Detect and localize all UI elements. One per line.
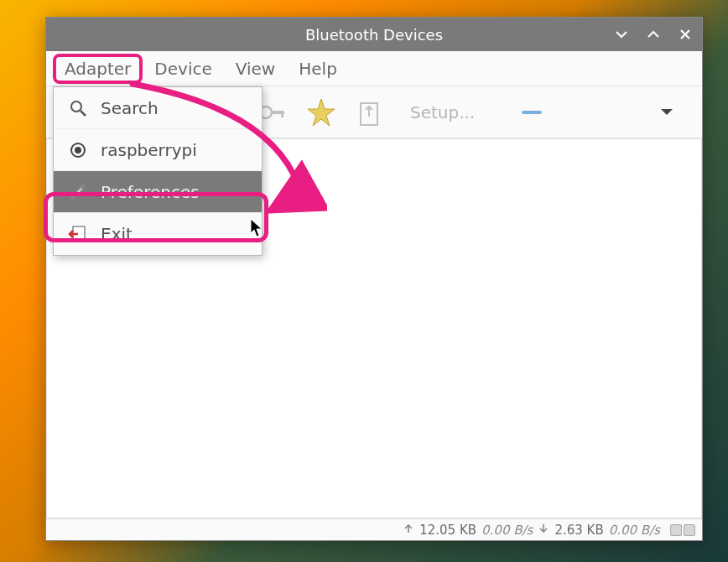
- upload-rate: 0.00 B/s: [481, 523, 533, 538]
- menu-device[interactable]: Device: [143, 54, 223, 84]
- setup-button[interactable]: Setup...: [402, 102, 483, 122]
- dropdown-item-search[interactable]: Search: [54, 87, 262, 129]
- star-icon[interactable]: [304, 96, 338, 129]
- download-size: 2.63 KB: [554, 523, 603, 538]
- exit-icon: [67, 223, 89, 245]
- dropdown-item-exit[interactable]: Exit: [54, 213, 262, 255]
- download-icon: [538, 523, 549, 538]
- preferences-icon: [67, 181, 89, 203]
- adapter-dropdown: Search raspberrypi Preferences Exit: [53, 86, 263, 256]
- download-rate: 0.00 B/s: [609, 523, 660, 538]
- dropdown-label: Search: [101, 98, 159, 118]
- close-icon[interactable]: [675, 24, 695, 44]
- svg-rect-4: [522, 111, 542, 114]
- upload-size: 12.05 KB: [419, 523, 476, 538]
- status-indicators: [670, 524, 695, 536]
- dropdown-label: raspberrypi: [101, 140, 197, 160]
- status-indicator-2: [684, 524, 695, 536]
- menu-adapter[interactable]: Adapter: [53, 54, 143, 84]
- minimize-icon[interactable]: [611, 24, 632, 44]
- send-icon[interactable]: [353, 96, 387, 129]
- radio-selected-icon: [67, 139, 89, 161]
- dropdown-label: Exit: [101, 224, 133, 244]
- minus-icon[interactable]: [515, 96, 549, 129]
- window-title: Bluetooth Devices: [305, 26, 443, 44]
- upload-icon: [403, 523, 414, 538]
- titlebar-controls: [611, 18, 695, 51]
- maximize-icon[interactable]: [643, 24, 663, 44]
- search-icon: [67, 97, 89, 119]
- dropdown-item-raspberrypi[interactable]: raspberrypi: [54, 129, 262, 171]
- bluetooth-devices-window: Bluetooth Devices Adapter Device View He…: [45, 17, 703, 541]
- menubar: Adapter Device View Help: [46, 51, 702, 86]
- status-indicator-1: [670, 524, 682, 536]
- dropdown-label: Preferences: [101, 182, 200, 202]
- dropdown-item-preferences[interactable]: Preferences: [54, 171, 262, 213]
- chevron-down-icon[interactable]: [650, 96, 684, 129]
- statusbar: 12.05 KB 0.00 B/s 2.63 KB 0.00 B/s: [46, 518, 702, 540]
- svg-point-5: [71, 101, 81, 112]
- svg-rect-2: [281, 111, 283, 117]
- menu-view[interactable]: View: [224, 54, 287, 84]
- titlebar: Bluetooth Devices: [46, 18, 702, 51]
- menu-help[interactable]: Help: [287, 54, 349, 84]
